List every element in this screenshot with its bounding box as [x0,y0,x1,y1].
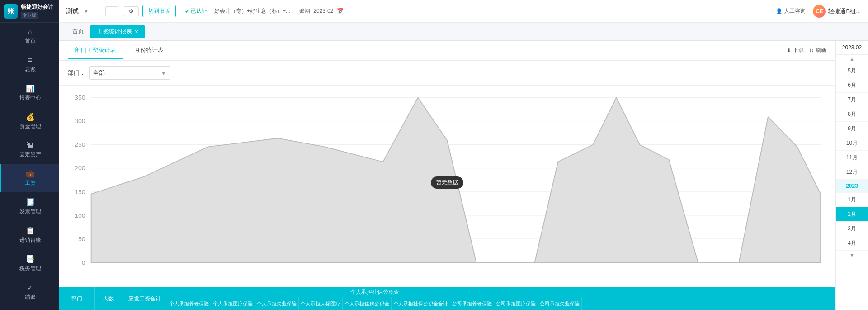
sidebar-item-fund-management[interactable]: 💰 资金管理 [0,107,59,136]
sidebar-item-home[interactable]: ⌂ 首页 [0,23,59,51]
help-button[interactable]: 👤 人工咨询 [776,7,806,15]
svg-text:100: 100 [75,212,85,219]
footer-table: 部门 人数 应发工资合计 个人承担社保公积金 个人承担养老保险 个人承担医疗保险… [59,287,835,310]
sub-tabs-left: 部门工资统计表 月份统计表 [68,43,175,59]
username: 轻捷通B组... [828,7,861,15]
col-count: 人数 [95,287,122,310]
chart-area: 350 300 250 200 150 100 50 0 [59,86,835,287]
date-month-6[interactable]: 6月 [836,78,868,93]
sidebar-item-report-center[interactable]: 📊 报表中心 [0,79,59,107]
dept-select[interactable]: 全部 ▼ [89,66,170,80]
filter-label: 部门： [68,69,85,77]
sub-col-company-unemployment: 公司承担失业保险 [538,297,582,310]
avatar: CE [813,5,826,18]
date-month-9[interactable]: 9月 [836,122,868,136]
date-month-2023-4[interactable]: 4月 [836,236,868,251]
group-title: 个人承担社保公积金 [167,287,582,297]
sidebar-item-fixed-assets[interactable]: 🏗 固定资产 [0,136,59,164]
filter-bar: 部门： 全部 ▼ [59,61,835,86]
logo-text: 畅捷通好会计 专业版 [21,3,53,19]
sales-icon: 📋 [26,226,35,235]
sub-tabs-right: ⬇ 下载 ↻ 刷新 [787,47,826,54]
col-total-salary: 应发工资合计 [122,287,167,310]
sidebar: 账 畅捷通好会计 专业版 ⌂ 首页 ≡ 总账 📊 报表中心 💰 资金管理 [0,0,59,310]
group-items: 个人承担养老保险 个人承担医疗保险 个人承担失业保险 个人承担大额医疗 个人承担… [167,297,582,310]
user-menu[interactable]: CE 轻捷通B组... [813,5,861,18]
company-tags: 好会计（专）+好生意（标）+... [214,7,290,15]
sub-tabs: 部门工资统计表 月份统计表 ⬇ 下载 ↻ 刷新 [59,41,835,61]
svg-text:250: 250 [75,142,85,148]
topbar-right: 👤 人工咨询 CE 轻捷通B组... [776,5,861,18]
sidebar-item-settlement[interactable]: ✓ 结账 [0,278,59,306]
svg-text:50: 50 [78,236,85,242]
calendar-icon[interactable]: 📅 [337,8,344,14]
refresh-btn[interactable]: ↻ 刷新 [809,47,826,54]
svg-text:300: 300 [75,118,85,124]
download-btn[interactable]: ⬇ 下载 [787,47,804,54]
download-icon: ⬇ [787,48,791,54]
date-month-10[interactable]: 10月 [836,136,868,151]
date-year-display: 2023.02 [836,41,868,55]
settings-button[interactable]: ⚙ [124,6,139,16]
svg-text:150: 150 [75,189,85,195]
sidebar-item-tax[interactable]: 📑 税务管理 [0,249,59,278]
sub-col-pension: 个人承担养老保险 [167,297,211,310]
topbar: 测试 ▼ + ⚙ 切到旧版 ✔ 已认证 好会计（专）+好生意（标）+... 账期… [59,0,868,23]
tab-payroll-report[interactable]: 工资统计报表 × [90,25,145,38]
refresh-icon: ↻ [809,48,814,54]
date-up-btn[interactable]: ▲ [848,55,857,64]
sub-col-housing-fund: 个人承担住房公积金 [343,297,392,310]
sidebar-item-invoice[interactable]: 🧾 发票管理 [0,192,59,221]
page-content: 部门工资统计表 月份统计表 ⬇ 下载 ↻ 刷新 [59,41,835,310]
company-name: 测试 [66,7,79,15]
date-down-btn[interactable]: ▼ [848,251,857,260]
sidebar-nav: ⌂ 首页 ≡ 总账 📊 报表中心 💰 资金管理 🏗 固定资产 💼 工资 [0,23,59,310]
sidebar-item-payroll[interactable]: 💼 工资 [0,164,59,192]
sub-col-company-pension: 公司承担养老保险 [450,297,494,310]
period-label: 账期 2023-02 📅 [299,7,344,15]
date-month-2023-3[interactable]: 3月 [836,222,868,236]
col-group-personal: 个人承担社保公积金 个人承担养老保险 个人承担医疗保险 个人承担失业保险 个人承… [167,287,582,310]
sidebar-item-general-ledger[interactable]: ≡ 总账 [0,51,59,79]
date-month-7[interactable]: 7月 [836,93,868,107]
date-panel: 2023.02 ▲ 5月 6月 7月 8月 9月 10月 11月 12月 202… [835,41,868,310]
home-icon: ⌂ [28,28,33,36]
tab-home[interactable]: 首页 [66,25,90,38]
verified-badge: ✔ 已认证 [185,7,207,15]
fund-icon: 💰 [26,113,35,121]
invoice-icon: 🧾 [26,198,35,206]
date-month-5[interactable]: 5月 [836,64,868,78]
chart-svg: 350 300 250 200 150 100 50 0 [68,90,826,283]
select-arrow-icon: ▼ [160,70,166,76]
svg-text:0: 0 [82,259,85,266]
company-dropdown[interactable]: ▼ [83,8,89,14]
date-year-2023: 2023 [836,180,868,193]
tax-icon: 📑 [26,255,35,263]
verified-icon: ✔ [185,8,189,14]
switch-old-btn[interactable]: 切到旧版 [142,5,176,17]
date-month-2023-1[interactable]: 1月 [836,193,868,207]
col-dept: 部门 [59,287,95,310]
add-button[interactable]: + [105,6,118,16]
tabbar: 首页 工资统计报表 × [59,23,868,41]
help-icon: 👤 [776,8,783,14]
ledger-icon: ≡ [28,56,32,64]
settlement-icon: ✓ [27,283,33,292]
sidebar-item-sales-ledger[interactable]: 📋 进销台账 [0,221,59,249]
date-month-11[interactable]: 11月 [836,151,868,165]
sidebar-item-archive[interactable]: 📁 归档管理 [0,306,59,310]
logo-icon: 账 [4,4,18,19]
svg-text:350: 350 [75,95,85,101]
date-month-2023-2[interactable]: 2月 [836,207,868,222]
sub-col-medical: 个人承担医疗保险 [211,297,255,310]
sub-tab-month[interactable]: 月份统计表 [127,43,171,59]
main-content: 测试 ▼ + ⚙ 切到旧版 ✔ 已认证 好会计（专）+好生意（标）+... 账期… [59,0,868,310]
date-month-12[interactable]: 12月 [836,165,868,180]
sub-col-company-medical: 公司承担医疗保险 [494,297,538,310]
date-month-8[interactable]: 8月 [836,107,868,122]
tab-close-icon[interactable]: × [135,29,138,35]
content-wrapper: 部门工资统计表 月份统计表 ⬇ 下载 ↻ 刷新 [59,41,868,310]
sub-tab-dept[interactable]: 部门工资统计表 [68,43,123,59]
sub-col-total: 个人承担社保公积金合计 [392,297,450,310]
svg-text:200: 200 [75,165,85,172]
